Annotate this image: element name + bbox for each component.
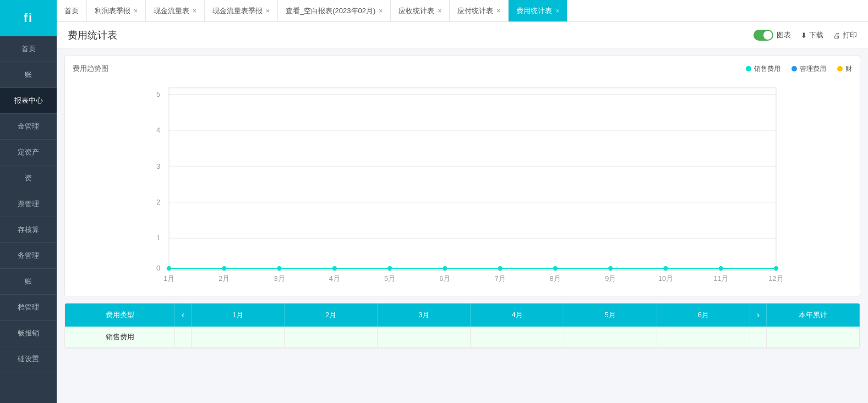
sidebar-item-fixed-assets[interactable]: 定资产 (0, 140, 57, 165)
row-yearly (767, 327, 860, 347)
chart-svg: 5 4 3 2 1 0 (73, 79, 852, 288)
tab-profit-quarterly[interactable]: 利润表季报 × (87, 0, 146, 21)
sidebar-item-home[interactable]: 首页 (0, 36, 57, 62)
sidebar-item-archive-mgmt[interactable]: 档管理 (0, 295, 57, 321)
sidebar-item-cash-mgmt[interactable]: 金管理 (0, 114, 57, 140)
close-tab-blank-report[interactable]: × (379, 7, 383, 15)
sidebar: fi 首页 账 报表中心 金管理 定资产 资 票管理 存核算 务管理 账 档管理… (0, 0, 57, 403)
close-tab-receivable[interactable]: × (438, 7, 441, 15)
tab-blank-report[interactable]: 查看_空白报表(2023年02月) × (278, 0, 391, 21)
legend-dot-finance (837, 66, 843, 71)
tab-cashflow-quarterly[interactable]: 现金流量表季报 × (205, 0, 278, 21)
svg-point-21 (608, 266, 613, 270)
close-tab-cashflow-quarterly[interactable]: × (266, 7, 270, 15)
sidebar-item-smooth-cancel[interactable]: 畅报销 (0, 321, 57, 346)
svg-text:2: 2 (156, 198, 160, 206)
table-row: 销售费用 (65, 327, 860, 348)
close-tab-cashflow[interactable]: × (193, 7, 196, 15)
tab-payable[interactable]: 应付统计表 × (450, 0, 509, 21)
svg-point-18 (443, 266, 447, 270)
page-title: 费用统计表 (68, 29, 117, 42)
tab-expense[interactable]: 费用统计表 × (509, 0, 567, 21)
close-tab-payable[interactable]: × (496, 7, 500, 15)
row-feb (285, 327, 378, 347)
sidebar-item-inventory[interactable]: 存核算 (0, 217, 57, 243)
legend-dot-mgmt (791, 66, 797, 71)
chart-header: 费用趋势图 销售费用 管理费用 财 (73, 64, 852, 74)
table-section: 费用类型 ‹ 1月 2月 3月 4月 5月 6月 › 本年累计 销售费用 (64, 303, 860, 349)
tab-home[interactable]: 首页 (57, 0, 87, 21)
svg-text:6月: 6月 (439, 275, 450, 283)
svg-text:10月: 10月 (658, 275, 673, 283)
legend-sales: 销售费用 (746, 64, 780, 74)
svg-text:3月: 3月 (274, 275, 285, 283)
row-jun (657, 327, 750, 347)
svg-text:0: 0 (156, 264, 160, 272)
svg-text:4: 4 (156, 126, 160, 134)
sidebar-item-accounts[interactable]: 账 (0, 269, 57, 295)
col-may: 5月 (564, 303, 657, 327)
svg-text:5月: 5月 (384, 275, 395, 283)
row-type-sales: 销售费用 (65, 327, 175, 347)
svg-text:11月: 11月 (713, 275, 728, 283)
print-button[interactable]: 🖨 打印 (833, 30, 857, 40)
close-tab-expense[interactable]: × (555, 7, 559, 15)
svg-rect-12 (169, 88, 776, 271)
col-apr: 4月 (471, 303, 564, 327)
svg-text:5: 5 (156, 91, 160, 98)
svg-text:2月: 2月 (219, 275, 230, 283)
nav-next-button[interactable]: › (750, 303, 767, 327)
tabs-bar: 首页 利润表季报 × 现金流量表 × 现金流量表季报 × 查看_空白报表(202… (57, 0, 868, 22)
legend-mgmt: 管理费用 (791, 64, 826, 74)
download-icon: ⬇ (801, 31, 807, 40)
row-nav-prev (175, 327, 192, 347)
app-logo: fi (0, 0, 57, 36)
svg-point-17 (387, 266, 392, 270)
chart-title: 费用趋势图 (73, 64, 108, 74)
sidebar-item-basic-settings[interactable]: 础设置 (0, 346, 57, 372)
print-icon: 🖨 (833, 31, 840, 40)
legend-label-mgmt: 管理费用 (800, 64, 826, 74)
main-area: 首页 利润表季报 × 现金流量表 × 现金流量表季报 × 查看_空白报表(202… (57, 0, 868, 403)
download-button[interactable]: ⬇ 下载 (801, 30, 823, 40)
sidebar-item-account[interactable]: 账 (0, 62, 57, 88)
row-nav-next (750, 327, 767, 347)
svg-point-24 (774, 266, 778, 270)
svg-text:8月: 8月 (550, 275, 561, 283)
sidebar-item-investment[interactable]: 资 (0, 165, 57, 191)
svg-text:1: 1 (156, 234, 160, 242)
svg-text:7月: 7月 (495, 275, 506, 283)
legend-label-finance: 财 (845, 64, 852, 74)
chart-section: 费用趋势图 销售费用 管理费用 财 (64, 56, 860, 296)
svg-point-14 (222, 266, 226, 270)
legend-finance: 财 (837, 64, 852, 74)
sidebar-item-ticket-mgmt[interactable]: 票管理 (0, 191, 57, 217)
col-jun: 6月 (657, 303, 750, 327)
svg-point-15 (277, 266, 281, 270)
chart-toggle-label: 图表 (754, 30, 791, 41)
close-tab-profit[interactable]: × (134, 7, 138, 15)
nav-prev-button[interactable]: ‹ (175, 303, 192, 327)
svg-point-23 (719, 266, 723, 270)
chart-toggle[interactable] (754, 30, 773, 41)
svg-point-13 (167, 266, 171, 270)
row-jan (192, 327, 285, 347)
svg-point-22 (663, 266, 668, 270)
row-may (564, 327, 657, 347)
svg-text:12月: 12月 (768, 275, 783, 283)
svg-point-16 (332, 266, 337, 270)
sidebar-item-report-center[interactable]: 报表中心 (0, 88, 57, 114)
col-feb: 2月 (285, 303, 378, 327)
svg-point-19 (498, 266, 502, 270)
legend-label-sales: 销售费用 (754, 64, 780, 74)
row-apr (471, 327, 564, 347)
svg-text:1月: 1月 (163, 275, 174, 283)
col-jan: 1月 (192, 303, 285, 327)
tab-cashflow[interactable]: 现金流量表 × (146, 0, 205, 21)
svg-text:4月: 4月 (329, 275, 340, 283)
content-area: 费用统计表 图表 ⬇ 下载 🖨 打印 费用趋势图 (57, 22, 868, 403)
col-type: 费用类型 (65, 303, 175, 327)
col-yearly: 本年累计 (767, 303, 860, 327)
sidebar-item-service-mgmt[interactable]: 务管理 (0, 243, 57, 269)
tab-receivable[interactable]: 应收统计表 × (391, 0, 450, 21)
